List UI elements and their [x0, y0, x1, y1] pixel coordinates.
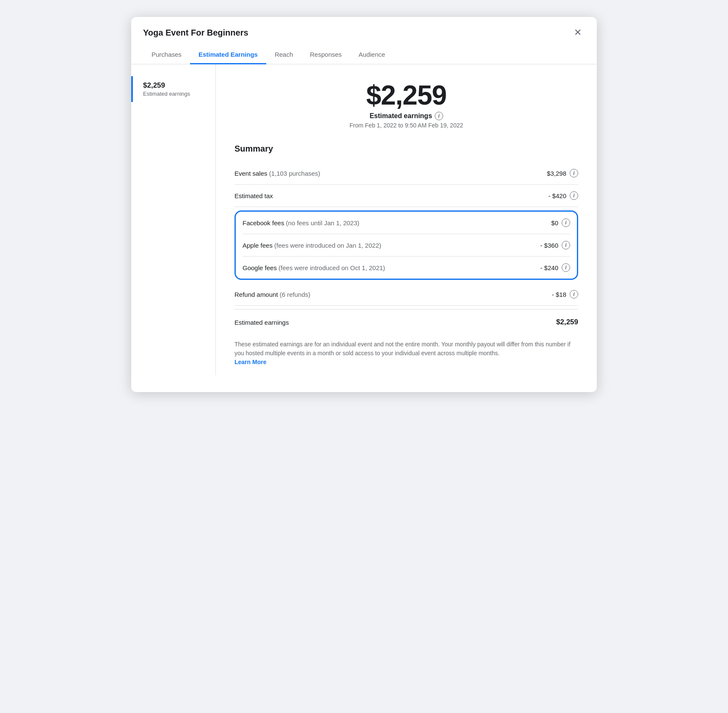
row-apple-fees-value: - $360 i: [540, 241, 570, 249]
tab-reach[interactable]: Reach: [266, 46, 301, 64]
refund-amount-info-icon[interactable]: i: [570, 290, 578, 298]
sidebar-label: Estimated earnings: [143, 91, 207, 97]
fees-box: Facebook fees (no fees until Jan 1, 2023…: [234, 210, 578, 280]
main-content: $2,259 Estimated earnings i From Feb 1, …: [216, 64, 597, 375]
modal: Yoga Event For Beginners ✕ Purchases Est…: [131, 17, 597, 392]
content-area: $2,259 Estimated earnings $2,259 Estimat…: [131, 64, 597, 375]
row-event-sales: Event sales (1,103 purchases) $3,298 i: [234, 162, 578, 185]
row-apple-fees: Apple fees (fees were introduced on Jan …: [243, 234, 570, 257]
row-google-fees-value: - $240 i: [540, 263, 570, 272]
apple-fees-info-icon[interactable]: i: [562, 241, 570, 249]
row-event-sales-label: Event sales (1,103 purchases): [234, 170, 320, 177]
row-facebook-fees-label: Facebook fees (no fees until Jan 1, 2023…: [243, 219, 359, 227]
summary-title: Summary: [234, 144, 578, 154]
row-refund-amount-value: - $18 i: [552, 290, 578, 298]
big-amount-value: $2,259: [234, 80, 578, 111]
close-icon: ✕: [574, 28, 582, 37]
tab-audience[interactable]: Audience: [350, 46, 394, 64]
row-google-fees: Google fees (fees were introduced on Oct…: [243, 257, 570, 279]
tab-estimated-earnings[interactable]: Estimated Earnings: [190, 46, 266, 64]
total-value: $2,259: [556, 318, 578, 326]
row-event-sales-sub: (1,103 purchases): [269, 170, 320, 177]
estimated-tax-info-icon[interactable]: i: [570, 191, 578, 200]
row-apple-fees-sub: (fees were introduced on Jan 1, 2022): [274, 242, 381, 249]
row-refund-amount-label: Refund amount (6 refunds): [234, 291, 310, 298]
row-refund-amount: Refund amount (6 refunds) - $18 i: [234, 283, 578, 306]
sidebar: $2,259 Estimated earnings: [131, 64, 216, 375]
sidebar-earnings-item: $2,259 Estimated earnings: [131, 76, 215, 102]
close-button[interactable]: ✕: [571, 26, 585, 39]
row-facebook-fees-value: $0 i: [551, 218, 570, 227]
disclaimer: These estimated earnings are for an indi…: [234, 340, 578, 367]
tab-responses[interactable]: Responses: [301, 46, 350, 64]
summary-section: Summary Event sales (1,103 purchases) $3…: [234, 144, 578, 367]
disclaimer-text: These estimated earnings are for an indi…: [234, 341, 571, 356]
event-sales-info-icon[interactable]: i: [570, 169, 578, 177]
row-estimated-tax-value: - $420 i: [548, 191, 578, 200]
google-fees-info-icon[interactable]: i: [562, 263, 570, 272]
row-facebook-fees-sub: (no fees until Jan 1, 2023): [286, 219, 359, 227]
tab-purchases[interactable]: Purchases: [143, 46, 190, 64]
row-estimated-tax: Estimated tax - $420 i: [234, 185, 578, 207]
earnings-info-icon[interactable]: i: [435, 112, 443, 120]
modal-header: Yoga Event For Beginners ✕: [131, 17, 597, 39]
modal-title: Yoga Event For Beginners: [143, 28, 248, 38]
row-estimated-tax-label: Estimated tax: [234, 192, 273, 199]
earnings-label: Estimated earnings i: [234, 112, 578, 120]
facebook-fees-info-icon[interactable]: i: [562, 218, 570, 227]
row-google-fees-label: Google fees (fees were introduced on Oct…: [243, 264, 385, 271]
row-apple-fees-label: Apple fees (fees were introduced on Jan …: [243, 242, 381, 249]
tabs-bar: Purchases Estimated Earnings Reach Respo…: [131, 46, 597, 64]
sidebar-value: $2,259: [143, 81, 207, 90]
row-facebook-fees: Facebook fees (no fees until Jan 1, 2023…: [243, 212, 570, 234]
learn-more-link[interactable]: Learn More: [234, 359, 266, 365]
total-label: Estimated earnings: [234, 319, 289, 326]
row-refund-amount-sub: (6 refunds): [280, 291, 311, 298]
earnings-label-text: Estimated earnings: [370, 112, 432, 120]
row-google-fees-sub: (fees were introduced on Oct 1, 2021): [279, 264, 385, 271]
total-row: Estimated earnings $2,259: [234, 309, 578, 333]
date-range: From Feb 1, 2022 to 9:50 AM Feb 19, 2022: [234, 122, 578, 129]
big-amount-container: $2,259 Estimated earnings i From Feb 1, …: [234, 80, 578, 129]
row-event-sales-value: $3,298 i: [547, 169, 578, 177]
